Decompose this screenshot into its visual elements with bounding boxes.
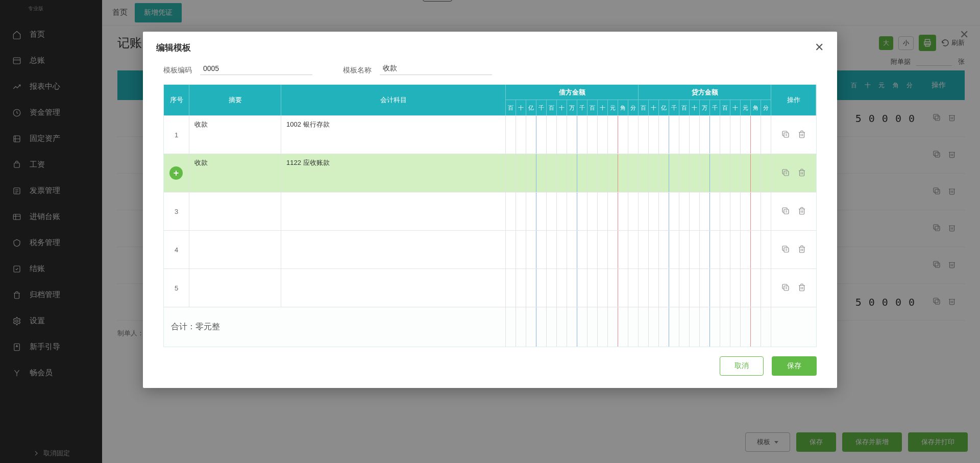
modal-close-icon[interactable]: ✕ (815, 41, 824, 54)
digit-cell[interactable] (700, 154, 710, 192)
digit-cell[interactable] (659, 307, 669, 347)
digit-cell[interactable] (639, 192, 649, 230)
digit-cell[interactable] (751, 231, 761, 269)
digit-cell[interactable] (577, 154, 587, 192)
digit-cell[interactable] (720, 231, 730, 269)
digit-cell[interactable] (751, 269, 761, 307)
digit-cell[interactable] (761, 116, 771, 154)
digit-cell[interactable] (679, 307, 690, 347)
add-row-icon[interactable]: + (169, 166, 183, 180)
digit-cell[interactable] (659, 116, 669, 154)
digit-cell[interactable] (506, 307, 516, 347)
digit-cell[interactable] (557, 269, 567, 307)
digit-cell[interactable] (751, 116, 761, 154)
digit-cell[interactable] (751, 154, 761, 192)
digit-cell[interactable] (741, 231, 751, 269)
digit-cell[interactable] (618, 154, 628, 192)
digit-cell[interactable] (598, 116, 608, 154)
digit-cell[interactable] (506, 192, 516, 230)
digit-cell[interactable] (506, 269, 516, 307)
digit-cell[interactable] (710, 154, 720, 192)
digit-cell[interactable] (587, 307, 598, 347)
modal-save-button[interactable]: 保存 (772, 356, 817, 376)
digit-cell[interactable] (587, 116, 598, 154)
digit-cell[interactable] (761, 269, 771, 307)
digit-cell[interactable] (526, 154, 536, 192)
summary-cell[interactable] (189, 231, 281, 269)
digit-cell[interactable] (720, 116, 730, 154)
digit-cell[interactable] (547, 231, 557, 269)
digit-cell[interactable] (618, 192, 628, 230)
digit-cell[interactable] (669, 269, 679, 307)
digit-cell[interactable] (628, 154, 638, 192)
digit-cell[interactable] (526, 192, 536, 230)
digit-cell[interactable] (547, 154, 557, 192)
digit-cell[interactable] (547, 307, 557, 347)
digit-cell[interactable] (741, 154, 751, 192)
account-cell[interactable] (281, 269, 506, 307)
digit-cell[interactable] (700, 116, 710, 154)
digit-cell[interactable] (679, 192, 690, 230)
template-row[interactable]: 1收款1002 银行存款 (164, 115, 816, 154)
credit-amount[interactable] (639, 231, 771, 269)
digit-cell[interactable] (730, 269, 741, 307)
digit-cell[interactable] (557, 307, 567, 347)
digit-cell[interactable] (557, 192, 567, 230)
summary-cell[interactable]: 收款 (189, 116, 281, 154)
digit-cell[interactable] (690, 269, 700, 307)
digit-cell[interactable] (761, 192, 771, 230)
digit-cell[interactable] (700, 269, 710, 307)
copy-icon[interactable] (781, 283, 790, 294)
digit-cell[interactable] (751, 192, 761, 230)
digit-cell[interactable] (669, 116, 679, 154)
digit-cell[interactable] (577, 269, 587, 307)
digit-cell[interactable] (628, 192, 638, 230)
template-code-input[interactable] (200, 62, 312, 75)
digit-cell[interactable] (536, 269, 547, 307)
digit-cell[interactable] (506, 116, 516, 154)
digit-cell[interactable] (751, 307, 761, 347)
credit-amount[interactable] (639, 154, 771, 192)
credit-amount[interactable] (639, 269, 771, 307)
digit-cell[interactable] (587, 192, 598, 230)
digit-cell[interactable] (628, 231, 638, 269)
digit-cell[interactable] (690, 192, 700, 230)
digit-cell[interactable] (587, 269, 598, 307)
digit-cell[interactable] (567, 192, 577, 230)
digit-cell[interactable] (761, 231, 771, 269)
digit-cell[interactable] (516, 231, 526, 269)
digit-cell[interactable] (567, 231, 577, 269)
debit-amount[interactable] (506, 154, 639, 192)
digit-cell[interactable] (598, 154, 608, 192)
copy-icon[interactable] (781, 206, 790, 217)
digit-cell[interactable] (598, 192, 608, 230)
digit-cell[interactable] (690, 307, 700, 347)
digit-cell[interactable] (506, 154, 516, 192)
digit-cell[interactable] (679, 154, 690, 192)
template-row[interactable]: 3 (164, 192, 816, 230)
summary-cell[interactable] (189, 192, 281, 230)
digit-cell[interactable] (720, 307, 730, 347)
digit-cell[interactable] (639, 154, 649, 192)
credit-amount[interactable] (639, 116, 771, 154)
copy-icon[interactable] (781, 130, 790, 140)
digit-cell[interactable] (690, 154, 700, 192)
credit-amount[interactable] (639, 192, 771, 230)
digit-cell[interactable] (741, 116, 751, 154)
digit-cell[interactable] (720, 192, 730, 230)
digit-cell[interactable] (639, 116, 649, 154)
digit-cell[interactable] (608, 192, 618, 230)
digit-cell[interactable] (516, 192, 526, 230)
digit-cell[interactable] (526, 116, 536, 154)
digit-cell[interactable] (628, 116, 638, 154)
digit-cell[interactable] (649, 154, 659, 192)
digit-cell[interactable] (741, 269, 751, 307)
digit-cell[interactable] (598, 307, 608, 347)
digit-cell[interactable] (608, 154, 618, 192)
template-row[interactable]: 5 (164, 269, 816, 307)
digit-cell[interactable] (710, 116, 720, 154)
debit-amount[interactable] (506, 116, 639, 154)
digit-cell[interactable] (639, 269, 649, 307)
digit-cell[interactable] (639, 307, 649, 347)
digit-cell[interactable] (526, 269, 536, 307)
